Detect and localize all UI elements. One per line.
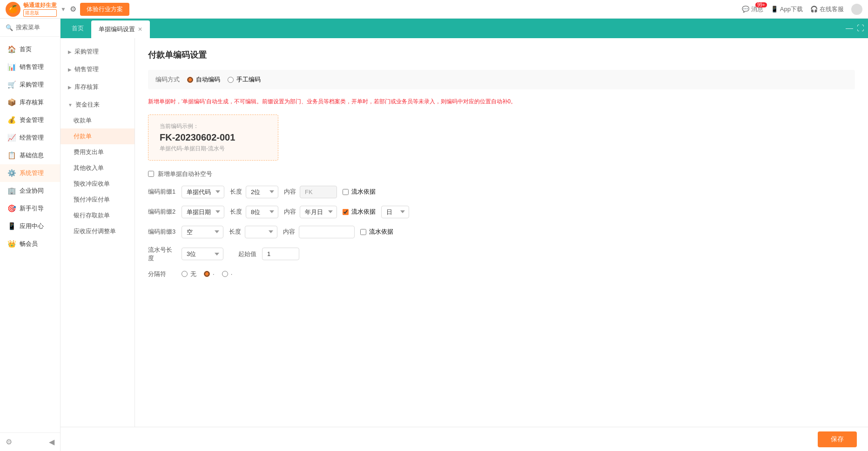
sub-menu-header-purchase[interactable]: ▶ 采购管理	[61, 44, 135, 60]
start-value-input[interactable]	[262, 248, 299, 260]
sidebar-item-home[interactable]: 🏠 首页	[0, 40, 60, 58]
app-download-button[interactable]: 📱 App下载	[771, 5, 803, 13]
settings-footer-icon[interactable]: ⚙	[6, 438, 12, 446]
prefix1-length-label: 长度	[230, 188, 242, 196]
separator-label: 分隔符	[148, 270, 176, 278]
prefix2-length-select[interactable]: 8位	[246, 206, 278, 218]
save-button[interactable]: 保存	[818, 431, 857, 447]
tab-close-icon[interactable]: ✕	[138, 26, 142, 33]
prefix3-content-label: 内容	[283, 228, 295, 236]
sub-menu-item-bank[interactable]: 银行存取款单	[61, 208, 135, 223]
prefix1-content-label: 内容	[284, 188, 296, 196]
sidebar-item-inventory[interactable]: 📦 库存核算	[0, 94, 60, 111]
prefix3-serial-checkbox[interactable]	[360, 229, 366, 235]
separator-dot-radio[interactable]	[204, 271, 210, 277]
sidebar-item-sales[interactable]: 📊 销售管理	[0, 58, 60, 76]
prefix2-serial-checkbox[interactable]	[343, 209, 349, 215]
sidebar-item-enterprise[interactable]: 🏢 企业协同	[0, 182, 60, 200]
sub-menu-header-inventory[interactable]: ▶ 库存核算	[61, 79, 135, 95]
separator-dot2-option[interactable]: ·	[222, 270, 233, 277]
basic-icon: 📋	[7, 151, 16, 160]
tab-bar-actions: — ⛶	[846, 24, 864, 33]
tab-encode-setting[interactable]: 单据编码设置 ✕	[91, 20, 150, 38]
tab-minimize-icon[interactable]: —	[846, 24, 853, 33]
prefix2-select[interactable]: 单据日期	[182, 206, 224, 218]
manual-encode-radio[interactable]	[228, 77, 234, 83]
prefix3-content-input[interactable]	[299, 226, 355, 238]
serial-length-row: 流水号长度 3位 起始值	[148, 246, 855, 263]
logo-text: 畅通道好生意 搭息版	[23, 1, 57, 17]
sub-sidebar: ▶ 采购管理 ▶ 销售管理 ▶ 库存核算	[61, 38, 135, 427]
sidebar-item-system[interactable]: ⚙️ 系统管理	[0, 164, 60, 182]
info-text: 新增单据时，'单据编码'自动生成，不可编辑。前缀设置为部门、业务员等档案类，开单…	[148, 97, 855, 107]
chevron-down-icon: ▼	[68, 102, 73, 108]
auto-encode-option[interactable]: 自动编码	[187, 75, 220, 84]
page-title: 付款单编码设置	[148, 49, 855, 61]
separator-dot2-radio[interactable]	[222, 271, 228, 277]
sub-menu-item-other-income[interactable]: 其他收入单	[61, 160, 135, 176]
prefix2-serial-label: 流水依据	[351, 208, 376, 216]
sub-menu-item-pre-receivable[interactable]: 预收冲应收单	[61, 176, 135, 192]
auto-fill-checkbox[interactable]	[148, 171, 154, 177]
collapse-icon[interactable]: ◀	[49, 438, 54, 446]
prefix3-length-select[interactable]	[245, 226, 277, 238]
logo-icon: 🍊	[6, 2, 20, 17]
topbar-left: 🍊 畅通道好生意 搭息版 ▼ ⚙ 体验行业方案	[6, 1, 129, 17]
prefix2-content-select[interactable]: 年月日	[300, 206, 337, 218]
prefix2-serial-checkbox-wrapper: 流水依据	[343, 208, 376, 216]
tab-maximize-icon[interactable]: ⛶	[857, 24, 864, 33]
sales-icon: 📊	[7, 63, 16, 71]
sub-menu-header-sales[interactable]: ▶ 销售管理	[61, 61, 135, 77]
guide-icon: 🎯	[7, 204, 16, 213]
encode-method-label: 编码方式	[155, 75, 180, 84]
prefix1-serial-checkbox[interactable]	[343, 189, 349, 195]
topbar: 🍊 畅通道好生意 搭息版 ▼ ⚙ 体验行业方案 💬 消息 99+ 📱 App下载…	[0, 0, 868, 19]
user-avatar[interactable]	[851, 4, 862, 15]
prefix1-select[interactable]: 单据代码	[182, 186, 224, 198]
sub-menu-header-capital[interactable]: ▼ 资金往来	[61, 97, 135, 113]
message-button[interactable]: 💬 消息 99+	[742, 5, 763, 13]
sub-menu-group-capital: ▼ 资金往来 收款单 付款单 费用支出单 其他收入单 预收冲应收单 预付冲应付单…	[61, 97, 135, 239]
sidebar-item-apps[interactable]: 📱 应用中心	[0, 217, 60, 235]
settings-icon[interactable]: ⚙	[70, 5, 76, 13]
prefix3-content-wrapper: 内容	[283, 226, 355, 238]
trial-button[interactable]: 体验行业方案	[80, 3, 129, 16]
tab-home[interactable]: 首页	[64, 20, 91, 37]
headset-icon: 🎧	[810, 6, 818, 13]
separator-dot-option[interactable]: ·	[204, 270, 215, 277]
auto-encode-radio[interactable]	[187, 77, 193, 83]
separator-none-radio[interactable]	[182, 271, 188, 277]
prefix1-length-select[interactable]: 2位	[246, 186, 278, 198]
sidebar-item-finance[interactable]: 💰 资金管理	[0, 111, 60, 129]
code-preview: 当前编码示例： FK-20230602-001 单据代码-单据日期-流水号	[148, 114, 278, 161]
prefix2-unit-wrapper: 日	[381, 206, 409, 218]
sub-menu-item-receipt[interactable]: 收款单	[61, 113, 135, 128]
page-main: 付款单编码设置 编码方式 自动编码 手工编码	[135, 38, 868, 427]
sidebar-item-guide[interactable]: 🎯 新手引导	[0, 200, 60, 217]
prefix2-length-wrapper: 长度 8位	[230, 206, 278, 218]
sidebar-item-operation[interactable]: 📈 经营管理	[0, 129, 60, 147]
sub-menu-item-pre-payable[interactable]: 预付冲应付单	[61, 192, 135, 208]
separator-none-option[interactable]: 无	[182, 270, 196, 278]
sidebar-item-purchase[interactable]: 🛒 采购管理	[0, 76, 60, 94]
manual-encode-option[interactable]: 手工编码	[228, 75, 261, 84]
sidebar-item-member[interactable]: 👑 畅会员	[0, 235, 60, 253]
encode-method-row: 编码方式 自动编码 手工编码	[148, 70, 855, 89]
sidebar-search[interactable]: 🔍 搜索菜单	[0, 19, 60, 37]
prefix-row-2: 编码前缀2 单据日期 长度 8位	[148, 206, 855, 218]
online-service-button[interactable]: 🎧 在线客服	[810, 5, 844, 13]
sub-menu-item-payment[interactable]: 付款单	[61, 128, 135, 144]
chevron-right-icon: ▶	[68, 49, 72, 54]
sidebar-item-basic[interactable]: 📋 基础信息	[0, 147, 60, 164]
serial-length-select[interactable]: 3位	[182, 248, 223, 260]
prefix2-unit-select[interactable]: 日	[381, 206, 409, 218]
sub-menu-item-adjustment[interactable]: 应收应付调整单	[61, 223, 135, 239]
member-icon: 👑	[7, 240, 16, 248]
topbar-right: 💬 消息 99+ 📱 App下载 🎧 在线客服	[742, 4, 862, 15]
prefix3-serial-checkbox-wrapper: 流水依据	[360, 228, 393, 236]
sub-menu-item-expense[interactable]: 费用支出单	[61, 144, 135, 160]
prefix2-content-wrapper: 内容 年月日	[284, 206, 337, 218]
prefix1-content-wrapper: 内容	[284, 186, 337, 198]
prefix3-select[interactable]: 空	[182, 226, 223, 238]
topbar-dropdown[interactable]: ▼	[61, 6, 66, 13]
